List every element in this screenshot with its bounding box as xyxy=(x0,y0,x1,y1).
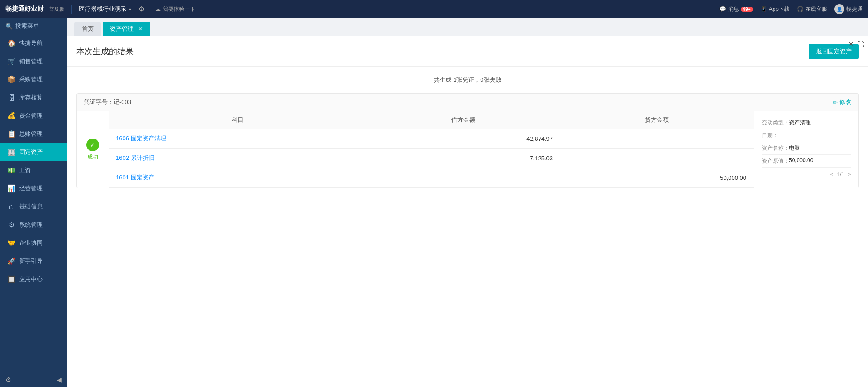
summary-text: 共生成 1张凭证，0张失败 xyxy=(434,76,501,83)
voucher-table-area: 科目 借方金额 贷方金额 1606 固定资产清理 42,874.97 xyxy=(109,111,754,188)
row1-credit xyxy=(560,129,754,149)
voucher-table: 科目 借方金额 贷方金额 1606 固定资产清理 42,874.97 xyxy=(109,111,754,188)
company-settings-icon[interactable]: ⚙ xyxy=(139,5,144,13)
app-download-button[interactable]: 📱 App下载 xyxy=(760,5,789,13)
guide-label: 新手引导 xyxy=(19,257,43,265)
asset-value-label: 资产原值： xyxy=(762,157,789,165)
app-logo: 畅捷通好业财 xyxy=(5,5,44,13)
row1-debit: 42,874.97 xyxy=(367,129,560,149)
sidebar-item-quick-nav[interactable]: 🏠 快捷导航 xyxy=(0,34,67,52)
payroll-label: 工资 xyxy=(19,166,31,174)
message-label: 消息 xyxy=(728,5,739,13)
sidebar-item-purchase[interactable]: 📦 采购管理 xyxy=(0,70,67,89)
sidebar-item-app-center[interactable]: 🔲 应用中心 xyxy=(0,270,67,288)
edit-button[interactable]: ✏ 修改 xyxy=(833,98,851,106)
headset-icon: 🎧 xyxy=(797,6,804,12)
change-type-row: 变动类型： 资产清理 xyxy=(762,117,851,129)
sidebar-item-payroll[interactable]: 💵 工资 xyxy=(0,161,67,179)
page-content: ✕ ⛶ 本次生成的结果 返回固定资产 共生成 1张凭证，0张失败 凭证字号：记-… xyxy=(67,36,868,387)
panel-close-button[interactable]: ✕ xyxy=(848,40,854,48)
prev-page-button[interactable]: < xyxy=(830,171,833,178)
sidebar-item-basic-info[interactable]: 🗂 基础信息 xyxy=(0,198,67,216)
row2-credit xyxy=(560,149,754,168)
sidebar-item-inventory[interactable]: 🗄 库存核算 xyxy=(0,89,67,107)
enterprise-icon: 🤝 xyxy=(7,239,15,247)
tab-asset-label: 资产管理 xyxy=(110,25,134,32)
asset-value-row: 资产原值： 50,000.00 xyxy=(762,155,851,168)
header-left: 畅捷通好业财 普及版 医疗器械行业演示 ▾ ⚙ ☁ 我要体验一下 xyxy=(5,5,195,14)
page-title: 本次生成的结果 xyxy=(76,46,134,57)
table-row: 1602 累计折旧 7,125.03 xyxy=(109,149,754,168)
sidebar-nav: 🛒 销售管理 📦 采购管理 🗄 库存核算 💰 资金管理 📋 总账管理 🏢 xyxy=(0,52,67,372)
success-icon: ✓ xyxy=(86,139,99,151)
asset-name-row: 资产名称： 电脑 xyxy=(762,142,851,155)
system-label: 系统管理 xyxy=(19,221,43,229)
message-badge: 99+ xyxy=(741,7,753,12)
sidebar-item-enterprise[interactable]: 🤝 企业协同 xyxy=(0,234,67,252)
asset-name-label: 资产名称： xyxy=(762,144,789,152)
company-selector[interactable]: 医疗器械行业演示 ▾ xyxy=(79,5,131,13)
inventory-icon: 🗄 xyxy=(7,94,15,102)
col-header-debit: 借方金额 xyxy=(367,111,560,129)
tab-asset-management[interactable]: 资产管理 ✕ xyxy=(103,22,150,36)
app-download-label: App下载 xyxy=(769,5,789,13)
experience-button[interactable]: ☁ 我要体验一下 xyxy=(155,5,195,13)
sidebar-item-ledger[interactable]: 📋 总账管理 xyxy=(0,125,67,143)
operations-icon: 📊 xyxy=(7,184,15,193)
user-profile-button[interactable]: 👤 畅捷通 xyxy=(834,4,863,14)
top-header: 畅捷通好业财 普及版 医疗器械行业演示 ▾ ⚙ ☁ 我要体验一下 💬 消息 99… xyxy=(0,0,868,18)
voucher-number: 凭证字号：记-003 xyxy=(84,98,131,106)
table-header-row: 科目 借方金额 贷方金额 xyxy=(109,111,754,129)
next-page-button[interactable]: > xyxy=(848,171,851,178)
side-info-panel: 变动类型： 资产清理 日期： 资产名称： 电脑 资产原值： xyxy=(754,111,858,188)
purchase-icon: 📦 xyxy=(7,75,15,84)
row3-subject: 1601 固定资产 xyxy=(109,168,367,188)
cloud-icon: ☁ xyxy=(155,6,161,12)
basic-info-icon: 🗂 xyxy=(7,203,15,211)
edit-icon: ✏ xyxy=(833,99,838,106)
header-right: 💬 消息 99+ 📱 App下载 🎧 在线客服 👤 畅捷通 xyxy=(719,4,863,14)
fixed-assets-label: 固定资产 xyxy=(19,148,43,156)
table-row: 1606 固定资产清理 42,874.97 xyxy=(109,129,754,149)
sidebar-item-guide[interactable]: 🚀 新手引导 xyxy=(0,252,67,270)
voucher-section: 凭证字号：记-003 ✏ 修改 ✓ 成功 xyxy=(76,93,859,188)
col-header-credit: 贷方金额 xyxy=(560,111,754,129)
panel-expand-button[interactable]: ⛶ xyxy=(858,40,864,48)
voucher-body: ✓ 成功 科目 借方金额 贷方金额 xyxy=(77,111,858,188)
sidebar-item-capital[interactable]: 💰 资金管理 xyxy=(0,107,67,125)
search-menu[interactable]: 🔍 搜索菜单 xyxy=(5,22,62,30)
sidebar-item-fixed-assets[interactable]: 🏢 固定资产 xyxy=(0,143,67,161)
result-summary: 共生成 1张凭证，0张失败 xyxy=(67,67,868,93)
sidebar-settings-button[interactable]: ⚙ xyxy=(5,376,11,383)
sidebar-item-operations[interactable]: 📊 经营管理 xyxy=(0,179,67,198)
change-type-value: 资产清理 xyxy=(789,119,811,127)
row2-subject: 1602 累计折旧 xyxy=(109,149,367,168)
capital-icon: 💰 xyxy=(7,112,15,120)
sales-icon: 🛒 xyxy=(7,57,15,65)
app-center-icon: 🔲 xyxy=(7,275,15,283)
panel-controls: ✕ ⛶ xyxy=(848,40,864,48)
table-row: 1601 固定资产 50,000.00 xyxy=(109,168,754,188)
sidebar-item-system[interactable]: ⚙ 系统管理 xyxy=(0,216,67,234)
tab-bar: 首页 资产管理 ✕ xyxy=(67,18,868,36)
edit-label: 修改 xyxy=(839,98,851,106)
tab-close-icon[interactable]: ✕ xyxy=(138,25,143,32)
row3-credit: 50,000.00 xyxy=(560,168,754,188)
sidebar-search-area[interactable]: 🔍 搜索菜单 xyxy=(0,18,67,34)
ledger-icon: 📋 xyxy=(7,130,15,138)
inventory-label: 库存核算 xyxy=(19,94,43,102)
message-button[interactable]: 💬 消息 99+ xyxy=(719,5,753,13)
pagination-info: 1/1 xyxy=(837,171,844,178)
date-row: 日期： xyxy=(762,129,851,142)
sidebar-collapse-button[interactable]: ◀ xyxy=(57,376,62,383)
tab-home[interactable]: 首页 xyxy=(74,22,101,36)
content-area: 首页 资产管理 ✕ ✕ ⛶ 本次生成的结果 返回固定资产 共生成 1张凭证，0张… xyxy=(67,18,868,387)
company-name: 医疗器械行业演示 xyxy=(79,5,126,13)
app-center-label: 应用中心 xyxy=(19,275,43,283)
page-header: 本次生成的结果 返回固定资产 xyxy=(67,36,868,67)
asset-name-value: 电脑 xyxy=(789,144,800,152)
online-service-button[interactable]: 🎧 在线客服 xyxy=(797,5,827,13)
sales-label: 销售管理 xyxy=(19,57,43,65)
sidebar-item-sales[interactable]: 🛒 销售管理 xyxy=(0,52,67,70)
quick-nav-label: 快捷导航 xyxy=(19,39,43,47)
